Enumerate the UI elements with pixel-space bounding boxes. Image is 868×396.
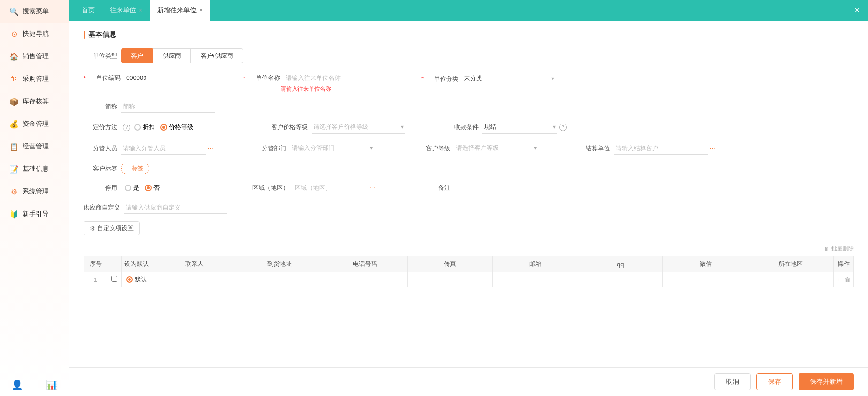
row-phone-input[interactable] xyxy=(325,276,404,283)
tab-bar-close-all[interactable]: × xyxy=(851,6,863,16)
disabled-yes[interactable]: 是 xyxy=(125,184,139,192)
sidebar-item-quick-nav[interactable]: ⊙ 快捷导航 xyxy=(0,23,69,45)
row-email[interactable] xyxy=(493,272,578,287)
pricing-radio-group: 折扣 价格等级 xyxy=(134,123,193,132)
tab-partners-close[interactable]: × xyxy=(139,7,142,14)
tab-new-partner-close[interactable]: × xyxy=(199,7,203,14)
customer-level-select[interactable]: 请选择客户等级 ▾ xyxy=(454,141,539,155)
tag-label: 客户标签 xyxy=(84,164,121,173)
unit-category-select[interactable]: 未分类 ▾ xyxy=(462,72,556,85)
dept-placeholder: 请输入分管部门 xyxy=(292,144,370,152)
short-name-input[interactable] xyxy=(121,101,215,113)
row-check-input[interactable] xyxy=(111,276,117,282)
row-wechat-input[interactable] xyxy=(666,276,745,283)
disabled-label: 停用 xyxy=(84,184,121,192)
tab-home[interactable]: 首页 xyxy=(74,0,102,21)
col-action: 操作 xyxy=(833,256,853,272)
sidebar-label-quick-nav: 快捷导航 xyxy=(23,30,49,38)
cancel-button[interactable]: 取消 xyxy=(714,373,751,390)
pricing-radio-level[interactable]: 价格等级 xyxy=(160,123,193,132)
row-phone[interactable] xyxy=(322,272,408,287)
row-fax[interactable] xyxy=(407,272,493,287)
level-circle xyxy=(160,124,167,131)
settlement-input[interactable] xyxy=(614,142,708,155)
discount-circle xyxy=(134,124,141,131)
dept-field: 分管部门 请输入分管部门 ▾ xyxy=(252,141,407,155)
custom-settings-button[interactable]: ⚙ 自定义项设置 xyxy=(84,221,140,235)
row-contact-input[interactable] xyxy=(155,276,234,283)
col-contact: 联系人 xyxy=(152,256,237,272)
sidebar-item-system[interactable]: ⚙ 系统管理 xyxy=(0,180,69,203)
price-level-select[interactable]: 请选择客户价格等级 ▾ xyxy=(312,120,405,134)
sidebar-item-purchase[interactable]: 🛍 采购管理 xyxy=(0,68,69,90)
row-checkbox[interactable] xyxy=(107,272,122,287)
save-new-button[interactable]: 保存并新增 xyxy=(799,373,854,390)
table-section: 🗑 批量删除 序号 设为默认 联系人 到货地址 电话号码 传真 邮箱 qq xyxy=(84,245,854,287)
batch-delete-btn[interactable]: 🗑 批量删除 xyxy=(824,245,854,253)
save-button[interactable]: 保存 xyxy=(756,373,793,390)
user-icon-btn[interactable]: 👤 xyxy=(0,373,35,396)
unit-type-supplier[interactable]: 供应商 xyxy=(153,48,191,63)
row-address-input[interactable] xyxy=(240,276,320,283)
unit-cat-value: 未分类 xyxy=(464,74,551,83)
unit-type-customer[interactable]: 客户 xyxy=(121,48,153,63)
remark-input[interactable] xyxy=(454,182,567,194)
price-level-arrow: ▾ xyxy=(401,124,404,130)
settlement-dots[interactable]: ··· xyxy=(709,144,716,153)
sidebar-label-sales: 销售管理 xyxy=(23,52,49,61)
row-qq-input[interactable] xyxy=(581,276,660,283)
row-location[interactable] xyxy=(748,272,834,287)
row-location-input[interactable] xyxy=(751,276,830,283)
sidebar-item-search[interactable]: 🔍 搜索菜单 xyxy=(0,0,69,23)
stats-icon-btn[interactable]: 📊 xyxy=(35,373,69,396)
row-fax-input[interactable] xyxy=(411,276,490,283)
sidebar-item-sales[interactable]: 🏠 销售管理 xyxy=(0,45,69,68)
row-ops: + 🗑 xyxy=(833,272,853,287)
col-phone: 电话号码 xyxy=(322,256,408,272)
pricing-help-icon[interactable]: ? xyxy=(123,124,130,131)
payment-select[interactable]: 现结 ▾ xyxy=(482,120,557,134)
table-row: 1 默认 xyxy=(84,272,854,287)
unit-type-both[interactable]: 客户/供应商 xyxy=(191,48,243,63)
manager-dots[interactable]: ··· xyxy=(207,144,213,153)
region-dots[interactable]: ··· xyxy=(370,184,376,192)
short-name-field: 简称 xyxy=(84,101,243,113)
row-qq[interactable] xyxy=(578,272,663,287)
unit-code-input[interactable] xyxy=(124,72,218,84)
sidebar-item-operations[interactable]: 📋 经营管理 xyxy=(0,135,69,158)
disabled-yes-label: 是 xyxy=(133,184,139,192)
row-default[interactable]: 默认 xyxy=(122,272,152,287)
unit-name-required: * xyxy=(243,75,245,82)
sidebar-item-guide[interactable]: 🔰 新手引导 xyxy=(0,203,69,225)
payment-help-icon[interactable]: ? xyxy=(559,124,567,131)
manager-input[interactable] xyxy=(121,142,206,155)
row-wechat[interactable] xyxy=(663,272,748,287)
unit-cat-label: 单位分类 xyxy=(425,75,462,83)
sidebar-item-finance[interactable]: 💰 资金管理 xyxy=(0,113,69,135)
customer-level-field: 客户等级 请选择客户等级 ▾ xyxy=(417,141,567,155)
row-address[interactable] xyxy=(237,272,322,287)
supplier-custom-input[interactable] xyxy=(124,202,227,214)
add-tag-button[interactable]: + 标签 xyxy=(121,163,149,174)
tab-partners[interactable]: 往来单位 × xyxy=(102,0,150,21)
pricing-radio-discount[interactable]: 折扣 xyxy=(134,123,155,132)
unit-name-input[interactable] xyxy=(284,72,387,84)
sidebar-item-inventory[interactable]: 📦 库存核算 xyxy=(0,90,69,113)
region-input[interactable] xyxy=(293,182,368,194)
tab-new-partner[interactable]: 新增往来单位 × xyxy=(150,0,210,21)
disabled-no[interactable]: 否 xyxy=(145,184,160,192)
row-default-label: 默认 xyxy=(135,275,147,284)
row-contact[interactable] xyxy=(152,272,237,287)
row-default-radio[interactable]: 默认 xyxy=(124,275,149,284)
discount-label: 折扣 xyxy=(143,123,155,132)
sidebar-item-basics[interactable]: 📝 基础信息 xyxy=(0,158,69,180)
row-delete-btn[interactable]: 🗑 xyxy=(845,276,851,283)
row-add-btn[interactable]: + xyxy=(837,276,840,283)
row-supplier-custom: 供应商自定义 xyxy=(84,202,854,214)
payment-arrow: ▾ xyxy=(553,124,556,130)
section-bar xyxy=(84,31,85,39)
unit-code-label: 单位编码 xyxy=(87,74,124,82)
dept-select[interactable]: 请输入分管部门 ▾ xyxy=(290,141,374,155)
short-name-label: 简称 xyxy=(84,102,121,111)
row-email-input[interactable] xyxy=(495,276,575,283)
